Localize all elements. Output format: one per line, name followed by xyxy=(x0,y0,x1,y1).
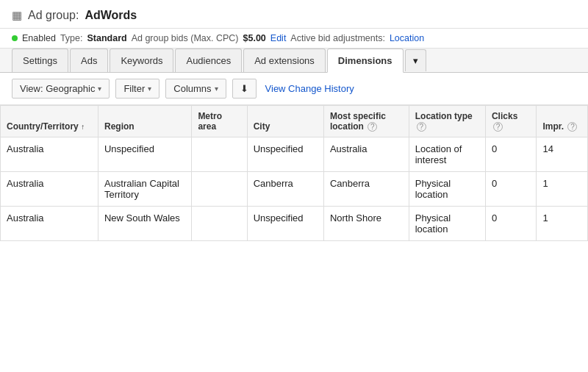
cell-loctype-1: Physical location xyxy=(409,172,485,207)
cell-specific-1: Canberra xyxy=(323,172,409,207)
help-icon-impr[interactable]: ? xyxy=(567,122,577,132)
type-label: Type: xyxy=(60,33,83,43)
status-bar: Enabled Type: Standard Ad group bids (Ma… xyxy=(0,29,588,49)
cell-metro-1 xyxy=(192,172,247,207)
active-bid-value: Location xyxy=(390,33,424,43)
data-table: Country/Territory ↑ Region Metro area Ci… xyxy=(0,105,588,241)
view-label: View: Geographic xyxy=(20,83,95,94)
tab-ads[interactable]: Ads xyxy=(70,49,108,72)
filter-chevron-icon: ▾ xyxy=(148,85,151,93)
active-bid-label: Active bid adjustments: xyxy=(290,33,385,43)
sort-arrow-icon: ↑ xyxy=(81,123,85,131)
filter-label: Filter xyxy=(123,83,145,94)
cell-impr-2: 1 xyxy=(537,207,588,241)
cell-specific-2: North Shore xyxy=(323,207,409,241)
filter-button[interactable]: Filter ▾ xyxy=(115,79,159,99)
cell-clicks-1: 0 xyxy=(485,172,536,207)
cell-city-1: Canberra xyxy=(247,172,323,207)
cell-region-1: Australian Capital Territory xyxy=(98,172,191,207)
status-dot xyxy=(12,35,18,41)
help-icon-specific[interactable]: ? xyxy=(368,122,377,132)
tabs-bar: Settings Ads Keywords Audiences Ad exten… xyxy=(0,49,588,73)
columns-chevron-icon: ▾ xyxy=(215,85,218,93)
col-header-loctype: Location type ? xyxy=(409,106,485,137)
cell-loctype-0: Location of interest xyxy=(409,137,485,172)
cell-impr-1: 1 xyxy=(537,172,588,207)
bid-value: $5.00 xyxy=(243,33,266,43)
table-row: Australia Australian Capital Territory C… xyxy=(1,172,588,207)
col-header-region: Region xyxy=(98,106,191,137)
cell-metro-0 xyxy=(192,137,247,172)
tab-dimensions[interactable]: Dimensions xyxy=(327,49,404,73)
cell-specific-0: Australia xyxy=(323,137,409,172)
cell-country-0: Australia xyxy=(1,137,98,172)
cell-clicks-2: 0 xyxy=(485,207,536,241)
col-header-impr: Impr. ? xyxy=(537,106,588,137)
cell-clicks-0: 0 xyxy=(485,137,536,172)
columns-button[interactable]: Columns ▾ xyxy=(165,79,226,99)
type-value: Standard xyxy=(87,33,126,43)
tab-ad-extensions[interactable]: Ad extensions xyxy=(243,49,326,72)
cell-region-2: New South Wales xyxy=(98,207,191,241)
cell-country-2: Australia xyxy=(1,207,98,241)
col-header-specific: Most specific location ? xyxy=(323,106,409,137)
tab-audiences[interactable]: Audiences xyxy=(175,49,242,72)
cell-impr-0: 14 xyxy=(537,137,588,172)
cell-city-0: Unspecified xyxy=(247,137,323,172)
col-header-city: City xyxy=(247,106,323,137)
download-icon: ⬇ xyxy=(240,83,248,94)
tab-settings[interactable]: Settings xyxy=(12,49,68,72)
toolbar: View: Geographic ▾ Filter ▾ Columns ▾ ⬇ … xyxy=(0,73,588,105)
cell-country-1: Australia xyxy=(1,172,98,207)
page-title-label: Ad group: xyxy=(28,9,79,22)
col-header-clicks: Clicks ? xyxy=(485,106,536,137)
col-header-metro: Metro area xyxy=(192,106,247,137)
view-geographic-button[interactable]: View: Geographic ▾ xyxy=(12,79,110,99)
cell-region-0: Unspecified xyxy=(98,137,191,172)
col-header-country: Country/Territory ↑ xyxy=(1,106,98,137)
status-label: Enabled xyxy=(22,33,56,43)
tabs-dropdown[interactable]: ▾ xyxy=(405,49,426,71)
help-icon-loctype[interactable]: ? xyxy=(417,122,426,132)
columns-label: Columns xyxy=(173,83,211,94)
edit-link[interactable]: Edit xyxy=(270,33,287,43)
page-header: ▦ Ad group: AdWords xyxy=(0,0,588,29)
help-icon-clicks[interactable]: ? xyxy=(493,122,503,132)
table-row: Australia Unspecified Unspecified Austra… xyxy=(1,137,588,172)
download-button[interactable]: ⬇ xyxy=(232,79,257,99)
cell-metro-2 xyxy=(192,207,247,241)
cell-loctype-2: Physical location xyxy=(409,207,485,241)
bid-label: Ad group bids (Max. CPC) xyxy=(132,33,239,43)
page-title-name: AdWords xyxy=(85,9,137,22)
table-row: Australia New South Wales Unspecified No… xyxy=(1,207,588,241)
view-chevron-icon: ▾ xyxy=(98,85,101,93)
adgroup-icon: ▦ xyxy=(12,9,22,22)
view-history-link[interactable]: View Change History xyxy=(265,83,354,94)
cell-city-2: Unspecified xyxy=(247,207,323,241)
tab-keywords[interactable]: Keywords xyxy=(110,49,173,72)
